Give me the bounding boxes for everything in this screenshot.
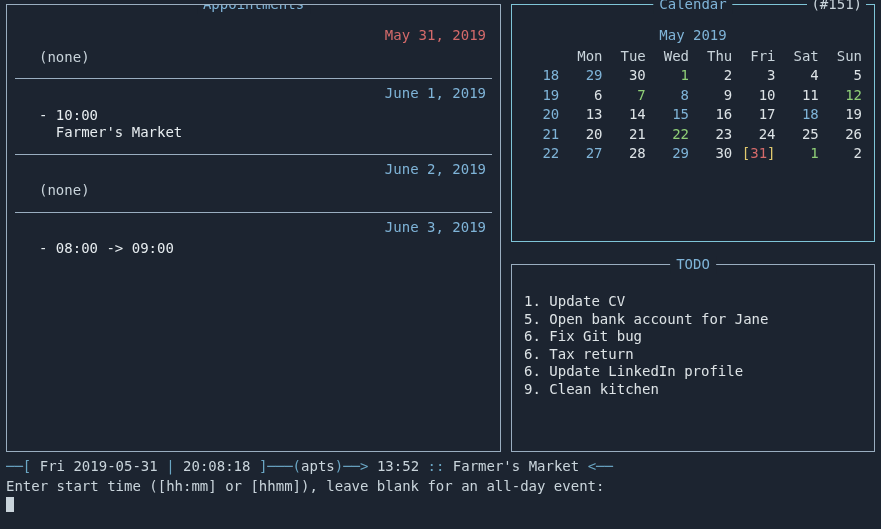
calendar-dow: Sat	[780, 47, 823, 67]
status-mode: apts	[301, 458, 335, 474]
calendar-week-number: 18	[520, 66, 563, 86]
todo-item[interactable]: 6. Fix Git bug	[524, 328, 862, 346]
appointment-day-header[interactable]: June 1, 2019	[15, 85, 492, 103]
todo-item[interactable]: 1. Update CV	[524, 293, 862, 311]
appointment-day-body: (none)	[15, 45, 492, 79]
calendar-day[interactable]: 25	[780, 125, 823, 145]
calendar-day[interactable]: 29	[650, 144, 693, 164]
calendar-day[interactable]: [31]	[736, 144, 779, 164]
calendar-panel: Calendar (#151) May 2019 MonTueWedThuFri…	[511, 4, 875, 242]
appointments-panel: Appointments May 31, 2019(none)June 1, 2…	[6, 4, 501, 452]
calendar-day[interactable]: 30	[607, 66, 650, 86]
todo-panel: TODO 1. Update CV5. Open bank account fo…	[511, 264, 875, 452]
calendar-day[interactable]: 26	[823, 125, 866, 145]
calendar-day[interactable]: 21	[607, 125, 650, 145]
calendar-dow: Wed	[650, 47, 693, 67]
todo-item[interactable]: 5. Open bank account for Jane	[524, 311, 862, 329]
calendar-dow: Thu	[693, 47, 736, 67]
appointment-item-text: Farmer's Market	[39, 124, 492, 142]
appointment-day-body: (none)	[15, 178, 492, 212]
calendar-day[interactable]: 23	[693, 125, 736, 145]
calendar-week-number: 22	[520, 144, 563, 164]
appointment-none: (none)	[39, 49, 492, 67]
calendar-day[interactable]: 6	[563, 86, 606, 106]
appointment-day-body: - 08:00 -> 09:00	[15, 236, 492, 270]
todo-item[interactable]: 6. Update LinkedIn profile	[524, 363, 862, 381]
calendar-day[interactable]: 29	[563, 66, 606, 86]
calendar-week-number: 20	[520, 105, 563, 125]
status-next-text: Farmer's Market	[453, 458, 579, 474]
status-time: 20:08:18	[183, 458, 250, 474]
calendar-day[interactable]: 24	[736, 125, 779, 145]
prompt-line: Enter start time ([hh:mm] or [hhmm]), le…	[6, 478, 875, 496]
calendar-dow: Tue	[607, 47, 650, 67]
calendar-day[interactable]: 8	[650, 86, 693, 106]
calendar-month-label: May 2019	[520, 27, 866, 45]
calendar-week-number: 19	[520, 86, 563, 106]
todo-item[interactable]: 9. Clean kitchen	[524, 381, 862, 399]
calendar-dow: Sun	[823, 47, 866, 67]
calendar-day[interactable]: 2	[823, 144, 866, 164]
calendar-week-number: 21	[520, 125, 563, 145]
todo-title: TODO	[670, 256, 716, 274]
appointment-item[interactable]: - 08:00 -> 09:00	[39, 240, 492, 258]
calendar-day[interactable]: 3	[736, 66, 779, 86]
calendar-day[interactable]: 2	[693, 66, 736, 86]
cursor-icon	[6, 497, 14, 512]
calendar-title: Calendar	[653, 0, 732, 14]
appointment-day-header[interactable]: June 2, 2019	[15, 161, 492, 179]
calendar-day[interactable]: 17	[736, 105, 779, 125]
calendar-day[interactable]: 15	[650, 105, 693, 125]
calendar-day[interactable]: 19	[823, 105, 866, 125]
calendar-day[interactable]: 1	[650, 66, 693, 86]
calendar-dow: Mon	[563, 47, 606, 67]
week-number-badge: (#151)	[807, 0, 866, 14]
calendar-day[interactable]: 20	[563, 125, 606, 145]
appointment-day-header[interactable]: June 3, 2019	[15, 219, 492, 237]
calendar-grid[interactable]: MonTueWedThuFriSatSun 182930123451967891…	[520, 47, 866, 164]
calendar-day[interactable]: 30	[693, 144, 736, 164]
status-bar: ──[ Fri 2019-05-31 | 20:08:18 ]───(apts)…	[6, 458, 875, 476]
calendar-day[interactable]: 18	[780, 105, 823, 125]
calendar-day[interactable]: 5	[823, 66, 866, 86]
appointment-item[interactable]: - 10:00	[39, 107, 492, 125]
prompt-text: Enter start time ([hh:mm] or [hhmm]), le…	[6, 478, 604, 494]
calendar-day[interactable]: 9	[693, 86, 736, 106]
calendar-day[interactable]: 11	[780, 86, 823, 106]
calendar-day[interactable]: 27	[563, 144, 606, 164]
input-line[interactable]	[6, 495, 875, 514]
appointments-title: Appointments	[197, 4, 310, 14]
status-next-time: 13:52	[377, 458, 419, 474]
todo-item[interactable]: 6. Tax return	[524, 346, 862, 364]
calendar-day[interactable]: 1	[780, 144, 823, 164]
calendar-day[interactable]: 12	[823, 86, 866, 106]
appointment-day-header[interactable]: May 31, 2019	[15, 27, 492, 45]
calendar-day[interactable]: 28	[607, 144, 650, 164]
calendar-day[interactable]: 10	[736, 86, 779, 106]
calendar-day[interactable]: 13	[563, 105, 606, 125]
calendar-dow: Fri	[736, 47, 779, 67]
appointment-none: (none)	[39, 182, 492, 200]
calendar-day[interactable]: 4	[780, 66, 823, 86]
status-date: Fri 2019-05-31	[40, 458, 158, 474]
appointment-day-body: - 10:00 Farmer's Market	[15, 103, 492, 154]
calendar-day[interactable]: 16	[693, 105, 736, 125]
calendar-day[interactable]: 14	[607, 105, 650, 125]
calendar-day[interactable]: 22	[650, 125, 693, 145]
calendar-day[interactable]: 7	[607, 86, 650, 106]
